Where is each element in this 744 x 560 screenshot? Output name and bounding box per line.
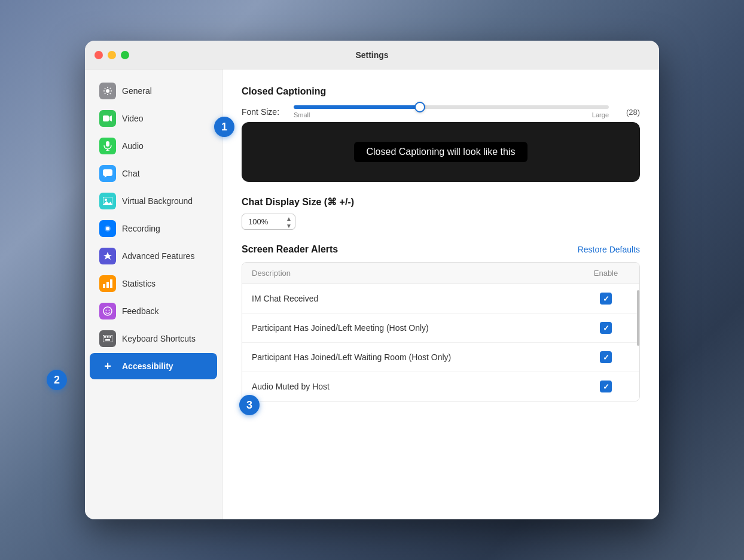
statistics-icon: [99, 275, 116, 292]
chat-label: Chat: [122, 169, 140, 178]
slider-labels: Small Large: [294, 111, 609, 118]
sidebar-item-general[interactable]: General: [90, 78, 217, 104]
table-row: Participant Has Joined/Left Meeting (Hos…: [242, 314, 639, 343]
title-bar: Settings: [85, 41, 659, 69]
slider-small-label: Small: [294, 111, 310, 118]
content-area: 1 Closed Captioning Font Size:: [222, 69, 659, 519]
col-enable-header: Enable: [582, 269, 630, 278]
svg-rect-15: [106, 282, 109, 288]
alert-description-2: Participant Has Joined/Left Meeting (Hos…: [252, 323, 582, 333]
main-content: General Video: [85, 69, 659, 519]
alert-checkbox-cell-3: [582, 351, 630, 363]
alerts-table-body: IM Chat Received Participant Has Joined/…: [242, 284, 639, 401]
slider-large-label: Large: [592, 111, 609, 118]
alert-checkbox-cell-2: [582, 322, 630, 334]
close-button[interactable]: [94, 51, 103, 59]
table-row: Participant Has Joined/Left Waiting Room…: [242, 343, 639, 372]
svg-point-0: [106, 89, 109, 93]
alerts-table: Description Enable IM Chat Received Part…: [242, 262, 640, 401]
svg-rect-23: [109, 336, 111, 338]
checkbox-4[interactable]: [600, 381, 612, 392]
sidebar-item-accessibility[interactable]: + Accessibility: [90, 353, 217, 379]
checkbox-3[interactable]: [600, 351, 612, 363]
checkbox-2[interactable]: [600, 322, 612, 334]
svg-marker-13: [103, 252, 112, 260]
chat-icon: [99, 165, 116, 182]
sidebar-item-video[interactable]: Video: [90, 105, 217, 132]
sidebar-item-recording[interactable]: Recording: [90, 215, 217, 242]
svg-point-17: [103, 307, 112, 315]
accessibility-label: Accessibility: [122, 361, 173, 371]
closed-captioning-title: Closed Captioning: [242, 86, 640, 97]
chat-display-select-wrapper: 75% 100% 125% 150% ▲ ▼: [242, 214, 295, 230]
keyboard-shortcuts-icon: [99, 330, 116, 347]
alert-description-3: Participant Has Joined/Left Waiting Room…: [252, 352, 582, 362]
svg-rect-6: [103, 169, 112, 176]
svg-rect-22: [107, 336, 109, 338]
window-title: Settings: [355, 50, 388, 60]
svg-marker-2: [109, 115, 112, 121]
table-row: Audio Muted by Host: [242, 372, 639, 401]
audio-label: Audio: [122, 141, 144, 151]
svg-point-18: [106, 310, 107, 311]
screen-reader-alerts-section: Screen Reader Alerts Restore Defaults De…: [242, 244, 640, 401]
caption-preview: Closed Captioning will look like this: [242, 122, 640, 182]
recording-icon: [99, 220, 116, 237]
screen-reader-header: Screen Reader Alerts Restore Defaults: [242, 244, 640, 255]
svg-rect-21: [104, 336, 106, 338]
sidebar: General Video: [85, 69, 222, 519]
virtual-background-icon: [99, 193, 116, 209]
recording-label: Recording: [122, 224, 160, 233]
svg-point-9: [105, 199, 107, 201]
sidebar-item-advanced-features[interactable]: Advanced Features: [90, 243, 217, 269]
font-size-value: (28): [616, 108, 640, 117]
sidebar-item-feedback[interactable]: Feedback: [90, 298, 217, 324]
screen-reader-title: Screen Reader Alerts: [242, 244, 338, 255]
svg-rect-14: [103, 284, 105, 288]
sidebar-item-keyboard-shortcuts[interactable]: Keyboard Shortcuts: [90, 325, 217, 352]
sidebar-item-virtual-background[interactable]: Virtual Background: [90, 188, 217, 214]
svg-rect-20: [103, 335, 112, 342]
table-row: IM Chat Received: [242, 284, 639, 314]
minimize-button[interactable]: [108, 51, 116, 59]
accessibility-icon: +: [99, 358, 116, 375]
font-size-label: Font Size:: [242, 107, 286, 117]
svg-point-19: [109, 310, 110, 311]
keyboard-shortcuts-label: Keyboard Shortcuts: [122, 334, 196, 343]
font-size-row: Font Size: Small Large (: [242, 105, 640, 118]
sidebar-item-audio[interactable]: Audio: [90, 133, 217, 159]
svg-marker-7: [105, 176, 107, 178]
alerts-table-header: Description Enable: [242, 263, 639, 284]
virtual-background-label: Virtual Background: [122, 196, 193, 206]
chat-display-select[interactable]: 75% 100% 125% 150%: [242, 214, 295, 230]
statistics-label: Statistics: [122, 279, 155, 288]
slider-fill: [294, 105, 420, 109]
svg-rect-24: [105, 339, 110, 341]
sidebar-item-statistics[interactable]: Statistics: [90, 270, 217, 297]
checkbox-1[interactable]: [600, 293, 612, 305]
slider-thumb[interactable]: [414, 102, 425, 112]
alert-checkbox-cell-4: [582, 381, 630, 392]
restore-defaults-button[interactable]: Restore Defaults: [578, 245, 640, 254]
general-icon: [99, 83, 116, 99]
slider-track: [294, 105, 609, 109]
feedback-icon: [99, 303, 116, 319]
svg-rect-16: [110, 279, 112, 288]
svg-marker-10: [103, 201, 112, 205]
svg-rect-1: [103, 115, 109, 121]
video-label: Video: [122, 114, 144, 123]
video-icon: [99, 110, 116, 127]
sidebar-item-chat[interactable]: Chat: [90, 160, 217, 187]
col-description-header: Description: [252, 269, 582, 278]
advanced-features-icon: [99, 248, 116, 264]
closed-captioning-section: Closed Captioning Font Size: Small Lar: [242, 86, 640, 182]
audio-icon: [99, 138, 116, 154]
caption-preview-text: Closed Captioning will look like this: [354, 142, 527, 162]
feedback-label: Feedback: [122, 306, 158, 316]
font-size-slider-container: Small Large: [294, 105, 609, 118]
chat-display-title: Chat Display Size (⌘ +/-): [242, 196, 640, 208]
maximize-button[interactable]: [121, 51, 129, 59]
settings-window: Settings General: [85, 41, 659, 519]
scrollbar[interactable]: [637, 290, 639, 345]
traffic-lights: [94, 51, 129, 59]
